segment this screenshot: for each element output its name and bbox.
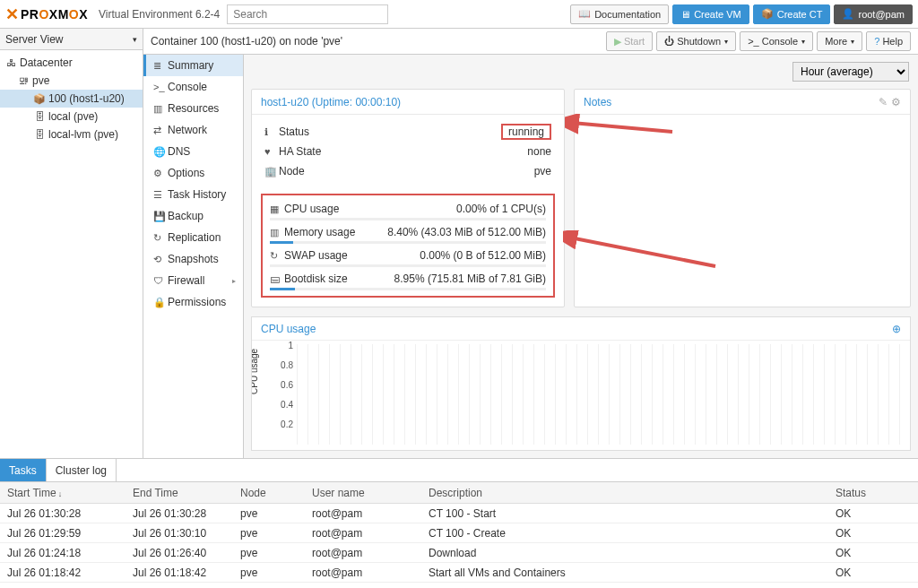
side-menu: ≣Summary >_Console ▥Resources ⇄Network 🌐…: [143, 55, 244, 458]
building-icon: 🏢: [264, 166, 279, 177]
desktop-icon: 🖥: [680, 9, 690, 20]
tab-tasks[interactable]: Tasks: [0, 459, 47, 481]
task-row[interactable]: Jul 26 01:24:18Jul 26 01:26:40pveroot@pa…: [0, 543, 918, 563]
status-value: running: [501, 124, 551, 140]
expand-icon[interactable]: ⊕: [892, 323, 901, 335]
task-row[interactable]: Jul 26 01:30:28Jul 26 01:30:28pveroot@pa…: [0, 504, 918, 523]
shutdown-button[interactable]: ⏻ Shutdown▾: [656, 31, 736, 51]
col-desc[interactable]: Description: [421, 487, 828, 499]
version-label: Virtual Environment 6.2-4: [99, 8, 220, 21]
play-icon: ▶: [614, 36, 621, 48]
console-button[interactable]: >_ Console▾: [740, 31, 813, 51]
col-starttime[interactable]: Start Time↓: [0, 487, 126, 499]
sidemenu-replication[interactable]: ↻Replication: [143, 227, 243, 248]
boot-value: 8.95% (715.81 MiB of 7.81 GiB): [374, 272, 546, 285]
chart-grid: [297, 344, 901, 445]
sidemenu-dns[interactable]: 🌐DNS: [143, 141, 243, 162]
sidemenu-backup[interactable]: 💾Backup: [143, 205, 243, 227]
resource-tree-panel: Server View ▾ 🖧Datacenter 🖳pve 📦100 (hos…: [0, 29, 143, 458]
more-button[interactable]: More▾: [817, 31, 862, 51]
col-endtime[interactable]: End Time: [126, 487, 233, 499]
cpu-icon: ▦: [270, 203, 284, 215]
node-value: pve: [377, 165, 551, 177]
mem-value: 8.40% (43.03 MiB of 512.00 MiB): [374, 226, 546, 238]
search-input[interactable]: [227, 4, 388, 24]
list-icon: ☰: [153, 189, 168, 201]
time-range-dropdown[interactable]: Hour (average): [792, 62, 909, 82]
sidemenu-network[interactable]: ⇄Network: [143, 119, 243, 141]
sidemenu-taskhistory[interactable]: ☰Task History: [143, 184, 243, 205]
main-area: Hour (average) host1-u20 (Uptime: 00:00:…: [244, 55, 918, 458]
top-header: ✕ PROXMOX Virtual Environment 6.2-4 📖Doc…: [0, 0, 918, 29]
tree-node-pve[interactable]: 🖳pve: [0, 72, 143, 90]
col-user[interactable]: User name: [305, 487, 421, 499]
tree-container-100[interactable]: 📦100 (host1-u20): [0, 90, 143, 108]
sidemenu-options[interactable]: ⚙Options: [143, 162, 243, 184]
tree-storage-local[interactable]: 🗄local (pve): [0, 108, 143, 125]
chevron-down-icon: ▾: [133, 35, 137, 44]
history-icon: ⟲: [153, 254, 168, 265]
time-range-select[interactable]: Hour (average): [792, 62, 909, 82]
edit-icon[interactable]: ✎: [879, 96, 888, 108]
save-icon: 💾: [153, 211, 168, 222]
refresh-icon: ↻: [153, 232, 168, 244]
search-box[interactable]: [227, 4, 388, 24]
chevron-down-icon: ▾: [851, 38, 854, 46]
task-log-panel: Tasks Cluster log Start Time↓ End Time N…: [0, 459, 918, 588]
lock-icon: 🔒: [153, 297, 168, 308]
summary-card: host1-u20 (Uptime: 00:00:10) ℹStatusrunn…: [251, 89, 565, 307]
shield-icon: 🛡: [153, 275, 168, 286]
notes-body[interactable]: [575, 115, 910, 294]
gear-icon: ⚙: [153, 168, 168, 179]
task-table-header: Start Time↓ End Time Node User name Desc…: [0, 482, 918, 504]
user-menu-button[interactable]: 👤root@pam: [834, 4, 913, 24]
database-icon: 🗄: [32, 111, 47, 122]
book-icon: 📖: [578, 8, 591, 20]
cpu-value: 0.00% of 1 CPU(s): [374, 203, 546, 215]
logo: ✕ PROXMOX: [5, 4, 88, 24]
create-ct-button[interactable]: 📦Create CT: [753, 4, 831, 24]
info-icon: ℹ: [264, 126, 279, 138]
sidemenu-firewall[interactable]: 🛡Firewall▸: [143, 270, 243, 291]
network-icon: ⇄: [153, 125, 168, 136]
sidemenu-permissions[interactable]: 🔒Permissions: [143, 291, 243, 313]
ha-value: none: [377, 145, 551, 158]
database-icon: 🗄: [32, 129, 47, 140]
notes-card: Notes✎⚙: [574, 89, 911, 307]
start-button[interactable]: ▶ Start: [606, 31, 653, 51]
content-toolbar: Container 100 (host1-u20) on node 'pve' …: [143, 29, 918, 55]
swap-value: 0.00% (0 B of 512.00 MiB): [374, 249, 546, 262]
usage-box: ▦CPU usage0.00% of 1 CPU(s) ▥Memory usag…: [261, 194, 555, 298]
tree-storage-locallvm[interactable]: 🗄local-lvm (pve): [0, 125, 143, 143]
list-icon: ≣: [153, 60, 168, 72]
sidemenu-snapshots[interactable]: ⟲Snapshots: [143, 248, 243, 270]
cube-icon: 📦: [761, 8, 774, 20]
memory-icon: ▥: [153, 103, 168, 115]
tree-view-selector[interactable]: Server View ▾: [0, 29, 143, 50]
tab-clusterlog[interactable]: Cluster log: [47, 459, 117, 481]
col-node[interactable]: Node: [233, 487, 305, 499]
summary-card-title: host1-u20 (Uptime: 00:00:10): [261, 96, 401, 108]
cpu-chart-card: CPU usage⊕ CPU usage 1 0.8 0.6 0.4 0.2: [251, 316, 911, 451]
create-vm-button[interactable]: 🖥Create VM: [672, 4, 749, 24]
terminal-icon: >_: [153, 82, 168, 92]
tree-datacenter[interactable]: 🖧Datacenter: [0, 54, 143, 72]
task-row[interactable]: Jul 26 01:29:59Jul 26 01:30:10pveroot@pa…: [0, 523, 918, 543]
logo-text: PROXMOX: [21, 7, 88, 22]
heart-icon: ♥: [264, 146, 279, 157]
gear-icon[interactable]: ⚙: [891, 96, 901, 108]
help-button[interactable]: ? Help: [866, 31, 911, 51]
sidemenu-summary[interactable]: ≣Summary: [143, 55, 243, 76]
sort-desc-icon: ↓: [58, 489, 63, 498]
sidemenu-console[interactable]: >_Console: [143, 76, 243, 98]
terminal-icon: >_: [748, 36, 759, 47]
chevron-right-icon: ▸: [232, 277, 236, 285]
user-icon: 👤: [842, 8, 854, 20]
chevron-down-icon: ▾: [801, 38, 805, 46]
documentation-button[interactable]: 📖Documentation: [570, 4, 669, 24]
task-row[interactable]: Jul 26 01:18:42Jul 26 01:18:42pveroot@pa…: [0, 563, 918, 583]
col-status[interactable]: Status: [828, 487, 918, 499]
sidemenu-resources[interactable]: ▥Resources: [143, 98, 243, 119]
building-icon: 🖳: [16, 75, 30, 86]
cube-icon: 📦: [32, 93, 47, 105]
